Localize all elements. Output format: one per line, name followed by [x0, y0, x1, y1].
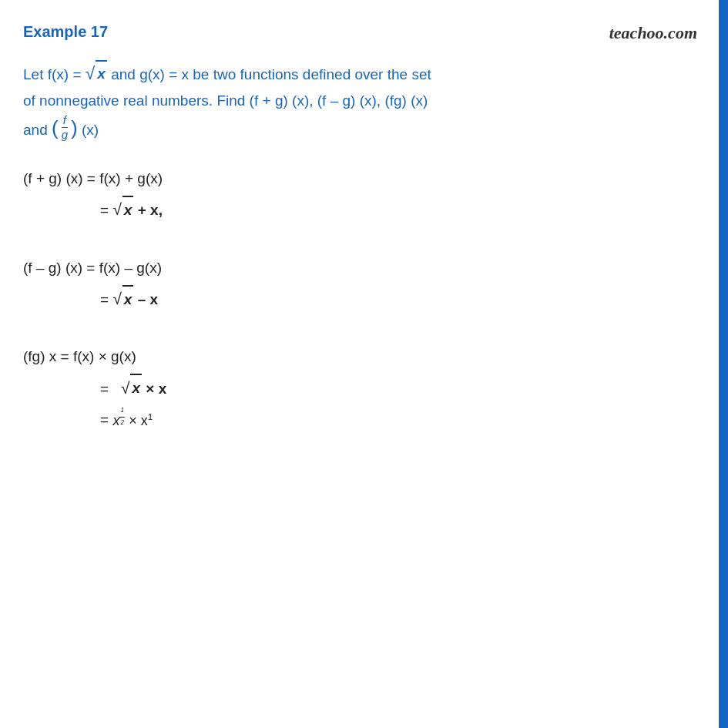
s2-l2-prefix: = — [100, 291, 112, 307]
frac-numerator: f — [62, 113, 68, 128]
problem-text-1: Let f(x) = — [23, 66, 86, 82]
fraction-symbol: f g — [60, 113, 69, 142]
s1-l1-text: (f + g) (x) = f(x) + g(x) — [23, 170, 163, 186]
sqrt-x-problem: √x — [86, 59, 107, 89]
sqrt-content-s2: x — [122, 285, 134, 313]
s3-l3-eq: = — [100, 412, 112, 428]
solution-3-line-1: (fg) x = f(x) × g(x) — [23, 344, 697, 370]
solution-2: (f – g) (x) = f(x) – g(x) = √ x – x — [23, 255, 697, 314]
solution-3-line-2: = √ x × x — [23, 374, 697, 403]
sqrt-content-s3: x — [130, 374, 142, 401]
example-title: Example 17 — [23, 23, 108, 41]
problem-text-3: of nonnegative real numbers. Find (f + g… — [23, 92, 428, 109]
right-paren: ) — [71, 118, 78, 138]
solution-3-line-3: = x12 × x1 — [23, 405, 697, 433]
s2-l1-text: (f – g) (x) = f(x) – g(x) — [23, 260, 162, 276]
sqrt-x-s1: √ x — [112, 195, 133, 224]
s2-l2-suffix: – x — [138, 291, 158, 307]
s3-l3-times: × x1 — [129, 413, 153, 428]
sqrt-x-s3: √ x — [121, 374, 142, 403]
problem-text-2: and g(x) = x be two functions defined ov… — [107, 66, 431, 82]
s3-sup-1: 1 — [148, 411, 153, 421]
s3-l1-text: (fg) x = f(x) × g(x) — [23, 348, 136, 364]
sqrt-content-s1: x — [122, 196, 134, 223]
brand-logo: teachoo.com — [609, 23, 697, 43]
left-paren: ( — [52, 118, 59, 138]
right-border-decoration — [719, 0, 728, 728]
solution-2-line-1: (f – g) (x) = f(x) – g(x) — [23, 255, 697, 281]
s3-l3-x-half: x12 — [112, 413, 125, 428]
s3-sup-half: 12 — [119, 412, 125, 421]
solution-1: (f + g) (x) = f(x) + g(x) = √ x + x, — [23, 166, 697, 224]
sqrt-x-s2: √ x — [112, 284, 133, 314]
problem-text-4: and — [23, 122, 52, 138]
solution-1-line-2: = √ x + x, — [23, 195, 697, 224]
s1-l2-prefix: = — [100, 202, 112, 218]
problem-text-5: (x) — [82, 122, 99, 138]
solution-3: (fg) x = f(x) × g(x) = √ x × x = x12 × x… — [23, 344, 697, 433]
problem-statement: Let f(x) = √x and g(x) = x be two functi… — [23, 59, 697, 143]
s3-l2-prefix: = — [100, 381, 117, 397]
s3-l2-suffix: × x — [146, 381, 166, 397]
s1-l2-suffix: + x, — [138, 202, 163, 218]
header: Example 17 teachoo.com — [23, 23, 697, 43]
fraction-fg: ( f g ) — [52, 113, 78, 142]
solution-2-line-2: = √ x – x — [23, 284, 697, 314]
page-container: Example 17 teachoo.com Let f(x) = √x and… — [0, 0, 728, 728]
solution-1-line-1: (f + g) (x) = f(x) + g(x) — [23, 166, 697, 192]
frac-denominator: g — [60, 128, 69, 142]
